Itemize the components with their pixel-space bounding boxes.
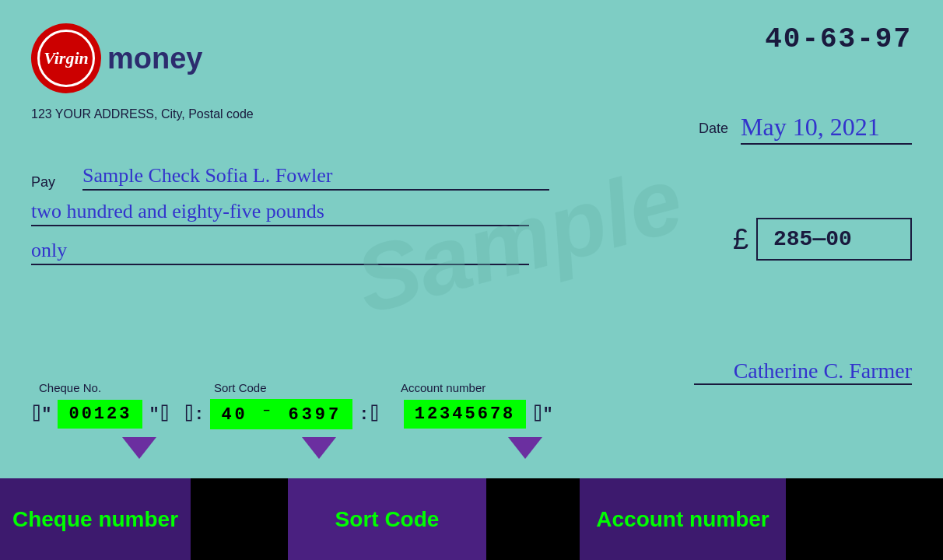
sort-code-micr: 40 ⁻ 6397	[210, 399, 352, 429]
cheque: Sample Virgin money 40-63-97 123 YOUR AD…	[0, 0, 943, 478]
bottom-bar: Cheque number Sort Code Account number	[0, 478, 943, 560]
cheque-label: Cheque No.	[31, 381, 187, 394]
amount-area: £ 285—00	[733, 218, 912, 261]
micr-sym3: ⌷:	[184, 404, 204, 425]
logo-money-text: money	[107, 42, 202, 75]
bottom-account-label: Account number	[580, 478, 786, 560]
micr-sym4: :⌷	[359, 404, 379, 425]
micr-sym1: ⌷"	[31, 404, 51, 425]
arrow-sort	[302, 437, 336, 459]
bottom-sort-label: Sort Code	[288, 478, 486, 560]
micr-row: ⌷" 00123 "⌷ ⌷: 40 ⁻ 6397 :⌷ 12345678 ⌷"	[31, 399, 912, 429]
date-row: Date May 10, 2021	[699, 113, 912, 145]
payee: Sample Check Sofia L. Fowler	[82, 164, 549, 191]
sort-code-top: 40-63-97	[765, 23, 912, 55]
pound-sign: £	[733, 223, 748, 256]
pay-label: Pay	[31, 174, 70, 191]
bottom-cheque-label: Cheque number	[0, 478, 191, 560]
arrow-account	[508, 437, 542, 459]
amount-line1: two hundred and eighty-five pounds	[31, 200, 529, 226]
logo-circle-inner: Virgin	[37, 30, 95, 87]
logo-circle: Virgin	[31, 23, 101, 93]
micr-section: Cheque No. Sort Code Account number ⌷" 0…	[31, 381, 912, 455]
amount-line2: only	[31, 239, 529, 265]
logo-virgin-text: Virgin	[44, 50, 88, 67]
pay-row: Pay Sample Check Sofia L. Fowler	[31, 164, 912, 191]
header-row: Virgin money 40-63-97	[31, 23, 912, 93]
date-value: May 10, 2021	[741, 113, 912, 145]
micr-sym2: "⌷	[149, 404, 169, 425]
date-label: Date	[699, 121, 728, 137]
logo: Virgin money	[31, 23, 202, 93]
account-number-micr: 12345678	[404, 400, 527, 429]
micr-sym6: ⌷"	[532, 404, 552, 425]
account-label: Account number	[401, 381, 556, 394]
amount-box: 285—00	[756, 218, 912, 261]
cheque-number: 00123	[58, 400, 142, 429]
sort-code-label: Sort Code	[214, 381, 370, 394]
arrow-cheque	[122, 437, 156, 459]
arrows-container	[31, 433, 912, 455]
